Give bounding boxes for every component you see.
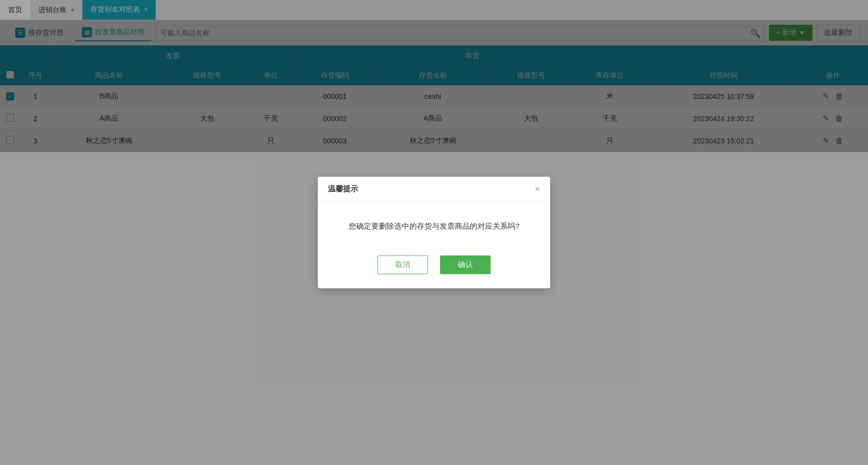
dialog-header: 温馨提示 × bbox=[318, 177, 550, 202]
dialog-confirm-button[interactable]: 确认 bbox=[440, 255, 491, 274]
dialog-body: 您确定要删除选中的存货与发票商品的对应关系吗? bbox=[318, 202, 550, 247]
dialog-overlay: 温馨提示 × 您确定要删除选中的存货与发票商品的对应关系吗? 取消 确认 bbox=[0, 0, 868, 465]
dialog-message: 您确定要删除选中的存货与发票商品的对应关系吗? bbox=[349, 222, 519, 230]
dialog-footer: 取消 确认 bbox=[318, 247, 550, 288]
dialog-close-button[interactable]: × bbox=[535, 184, 540, 194]
dialog-title: 温馨提示 bbox=[328, 184, 358, 194]
dialog-cancel-button[interactable]: 取消 bbox=[377, 255, 428, 274]
dialog: 温馨提示 × 您确定要删除选中的存货与发票商品的对应关系吗? 取消 确认 bbox=[318, 177, 550, 288]
